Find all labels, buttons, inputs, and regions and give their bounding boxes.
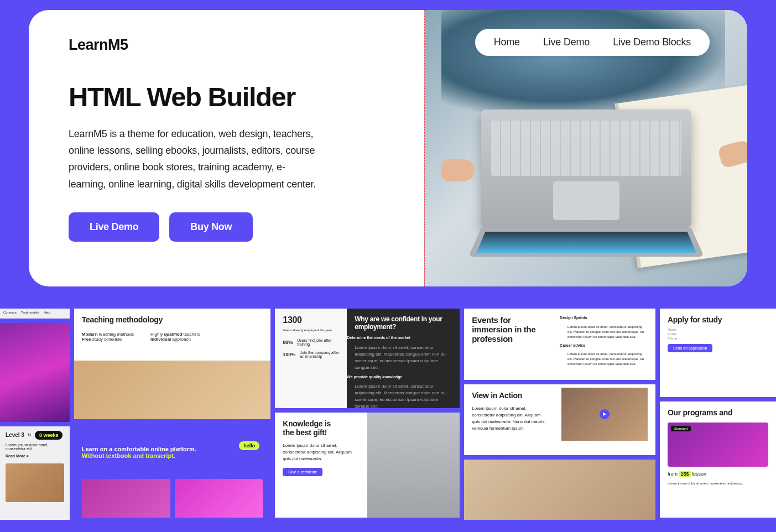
level-title: Level 3 [6, 432, 24, 438]
preview-apply: Apply for study Name Email Phone Send an… [660, 309, 776, 397]
preview-teaching: Teaching methodology Modern teaching met… [74, 309, 271, 419]
gift-title2: the best gift! [275, 428, 367, 440]
nav-live-demo-blocks[interactable]: Live Demo Blocks [613, 36, 691, 48]
preview-stats: 1300 Users already employed this year 88… [275, 309, 347, 408]
template-mosaic: Contacts Testimonials Help Level 3 ↻ 8 w… [0, 309, 776, 520]
teaching-title: Teaching methodology [74, 309, 271, 327]
programs-title: Our programs and [660, 401, 776, 420]
preview-events: Events for immersion in the profession D… [464, 309, 655, 380]
level-text: Lorem ipsum dolor amet, consectetur elit… [6, 440, 64, 454]
view-text: Lorem ipsum dolor sit amet, consectetur … [464, 403, 554, 434]
link-contacts: Contacts [3, 311, 17, 316]
stats-sub: Users already employed this year [275, 328, 347, 336]
preview-gift: Knowledge is the best gift! Lorem ipsum … [275, 413, 460, 518]
apply-button: Send an application [668, 344, 713, 352]
preview-top-links: Contacts Testimonials Help [0, 309, 70, 319]
hero-image: Home Live Demo Live Demo Blocks [424, 10, 747, 286]
hero-title: HTML Web Builder [69, 81, 391, 112]
hero-description: LearnM5 is a theme for education, web de… [69, 126, 317, 192]
gift-title1: Knowledge is [275, 413, 367, 428]
preview-comfort: Learn on a comfortable online platform. … [74, 424, 271, 518]
hero-card: LearnM5 HTML Web Builder LearnM5 is a th… [29, 10, 747, 286]
gift-button: Give a certificate [283, 468, 322, 476]
events-title: Events for immersion in the profession [464, 309, 560, 347]
gift-image [367, 413, 460, 518]
nav-home[interactable]: Home [494, 36, 520, 48]
preview-level-card: Level 3 ↻ 8 weeks Lorem ipsum dolor amet… [0, 426, 70, 520]
comfort-line1: Learn on a comfortable online platform. [82, 446, 263, 452]
link-help: Help [44, 311, 50, 316]
hello-badge: hello [239, 441, 259, 450]
stats-number: 1300 [275, 309, 347, 328]
refresh-icon: ↻ [28, 432, 32, 437]
gift-text: Lorem ipsum dolor sit amet, consectetur … [275, 440, 367, 465]
preview-view-action: View in Action Lorem ipsum dolor sit ame… [464, 384, 655, 456]
preview-confident: Why are we confident in your employment?… [347, 309, 460, 408]
preview-programs: Our programs and Standard from 15$ lesso… [660, 401, 776, 518]
view-title: View in Action [464, 384, 554, 403]
link-testimonials: Testimonials [21, 311, 39, 316]
preview-monitor [0, 323, 70, 422]
hero-buttons: Live Demo Buy Now [69, 212, 391, 242]
confident-title: Why are we confident in your employment? [347, 309, 460, 334]
comfort-line2: Without textbook and transcript. [82, 452, 263, 459]
hero-left: LearnM5 HTML Web Builder LearnM5 is a th… [29, 10, 424, 286]
nav-live-demo[interactable]: Live Demo [543, 36, 590, 48]
apply-title: Apply for study [660, 309, 776, 327]
logo: LearnM5 [69, 36, 391, 54]
nav-pill: Home Live Demo Live Demo Blocks [475, 29, 710, 56]
video-thumbnail [561, 388, 648, 441]
live-demo-button[interactable]: Live Demo [69, 212, 159, 242]
level-badge: 8 weeks [35, 431, 63, 440]
level-readmore: Read More > [6, 454, 64, 458]
preview-bottom-image [464, 460, 655, 520]
buy-now-button[interactable]: Buy Now [169, 212, 253, 242]
